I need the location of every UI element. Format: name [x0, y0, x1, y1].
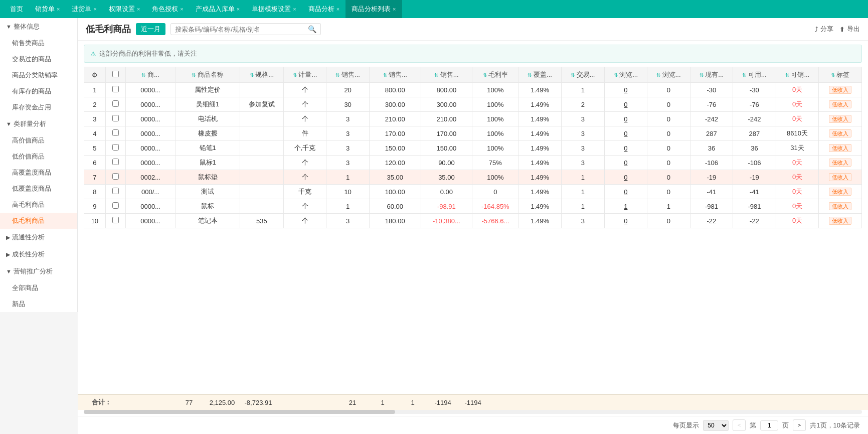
export-button[interactable]: ⬆ 导出 [839, 25, 860, 34]
cell-checkbox[interactable] [105, 141, 125, 156]
page-input[interactable] [760, 420, 778, 430]
col-name[interactable]: ⇅ 商品名称 [176, 67, 240, 83]
row-checkbox[interactable] [112, 115, 119, 121]
col-sale-amount[interactable]: ⇅ 销售... [369, 67, 421, 83]
row-checkbox[interactable] [112, 129, 119, 136]
row-checkbox[interactable] [112, 159, 119, 165]
sidebar-item-new-products[interactable]: 新品 [0, 296, 77, 312]
cell-checkbox[interactable] [105, 126, 125, 141]
col-sale-days[interactable]: ⇅ 可销... [776, 67, 819, 83]
sidebar-group-marketing[interactable]: ▼ 营销推广分析 [0, 263, 77, 280]
col-unit[interactable]: ⇅ 计量... [283, 67, 326, 83]
search-icon[interactable]: 🔍 [308, 25, 316, 33]
close-icon[interactable]: × [137, 6, 140, 12]
col-gross-rate[interactable]: ⇅ 毛利率 [472, 67, 518, 83]
cell-checkbox[interactable] [105, 214, 125, 228]
row-checkbox[interactable] [112, 217, 119, 223]
col-trade-count[interactable]: ⇅ 交易... [561, 67, 604, 83]
sidebar-item-high-margin[interactable]: 高毛利商品 [0, 197, 77, 213]
sidebar-item-stock-products[interactable]: 有库存的商品 [0, 83, 77, 99]
prev-page-button[interactable]: ＜ [733, 419, 746, 431]
cell-checkbox[interactable] [105, 112, 125, 126]
col-browse2[interactable]: ⇅ 浏览... [647, 67, 690, 83]
nav-home[interactable]: 首页 [4, 0, 29, 18]
sidebar-group-liquidity[interactable]: ▶ 流通性分析 [0, 229, 77, 246]
col-tag[interactable]: ⇅ 标签 [819, 67, 862, 83]
row-checkbox[interactable] [112, 144, 119, 151]
cell-browse1[interactable]: 1 [604, 199, 647, 214]
sidebar-item-sales-products[interactable]: 销售类商品 [0, 35, 77, 51]
col-code[interactable]: ⇅ 商... [125, 67, 176, 83]
cell-browse1[interactable]: 0 [604, 97, 647, 112]
col-sale-count[interactable]: ⇅ 销售... [326, 67, 370, 83]
search-input[interactable] [175, 26, 308, 33]
cell-checkbox[interactable] [105, 185, 125, 199]
nav-template-settings[interactable]: 单据模板设置× [246, 0, 302, 18]
sidebar-item-low-margin[interactable]: 低毛利商品 [0, 213, 77, 229]
sidebar-item-high-coverage[interactable]: 高覆盖度商品 [0, 165, 77, 181]
nav-role-auth[interactable]: 角色授权× [146, 0, 189, 18]
cell-sale-days: 31天 [776, 141, 819, 156]
share-button[interactable]: ⤴ 分享 [815, 25, 833, 34]
time-filter-button[interactable]: 近一月 [136, 23, 165, 35]
cell-browse1[interactable]: 0 [604, 83, 647, 97]
close-icon[interactable]: × [180, 6, 183, 12]
scrollbar-thumb[interactable] [84, 410, 395, 414]
cell-checkbox[interactable] [105, 156, 125, 170]
row-checkbox[interactable] [112, 100, 119, 107]
sidebar-item-high-value[interactable]: 高价值商品 [0, 132, 77, 149]
nav-product-warehouse[interactable]: 产成品入库单× [190, 0, 246, 18]
cell-checkbox[interactable] [105, 170, 125, 185]
sidebar-item-stock-capital[interactable]: 库存资金占用 [0, 99, 77, 115]
nav-product-analysis-list[interactable]: 商品分析列表× [345, 0, 402, 18]
col-spec[interactable]: ⇅ 规格... [240, 67, 283, 83]
nav-sales-order[interactable]: 销货单× [29, 0, 66, 18]
select-all-checkbox[interactable] [112, 71, 119, 77]
col-browse1[interactable]: ⇅ 浏览... [604, 67, 647, 83]
sidebar-group-growth[interactable]: ▶ 成长性分析 [0, 246, 77, 263]
sidebar-group-cluster[interactable]: ▼ 类群量分析 [0, 115, 77, 132]
cell-checkbox[interactable] [105, 97, 125, 112]
row-checkbox[interactable] [112, 86, 119, 92]
col-cover-rate[interactable]: ⇅ 覆盖... [518, 67, 562, 83]
cell-browse1[interactable]: 0 [604, 185, 647, 199]
cell-browse1[interactable]: 0 [604, 112, 647, 126]
sidebar-item-traded-products[interactable]: 交易过的商品 [0, 51, 77, 67]
close-icon[interactable]: × [293, 6, 296, 12]
close-icon[interactable]: × [393, 6, 396, 12]
cell-browse1[interactable]: 0 [604, 156, 647, 170]
close-icon[interactable]: × [336, 6, 339, 12]
horizontal-scrollbar[interactable] [84, 410, 862, 414]
cell-browse1[interactable]: 0 [604, 141, 647, 156]
close-icon[interactable]: × [57, 6, 60, 12]
sidebar-item-category-rate[interactable]: 商品分类助销率 [0, 67, 77, 83]
col-settings[interactable]: ⚙ [84, 67, 106, 83]
nav-permission[interactable]: 权限设置× [103, 0, 146, 18]
cell-browse1[interactable]: 0 [604, 126, 647, 141]
col-available[interactable]: ⇅ 可用... [733, 67, 776, 83]
cell-current: -76 [690, 97, 733, 112]
row-checkbox[interactable] [112, 202, 119, 209]
row-checkbox[interactable] [112, 173, 119, 180]
cell-browse1[interactable]: 0 [604, 214, 647, 228]
cell-browse2: 0 [647, 126, 690, 141]
per-page-select[interactable]: 50 100 200 [703, 420, 729, 431]
cell-browse1[interactable]: 0 [604, 170, 647, 185]
cell-checkbox[interactable] [105, 83, 125, 97]
sidebar-item-low-value[interactable]: 低价值商品 [0, 149, 77, 165]
sidebar-item-low-coverage[interactable]: 低覆盖度商品 [0, 181, 77, 197]
col-sale-profit[interactable]: ⇅ 销售... [421, 67, 472, 83]
col-checkbox[interactable] [105, 67, 125, 83]
nav-purchase-order[interactable]: 进货单× [66, 0, 102, 18]
close-icon[interactable]: × [93, 6, 96, 12]
sidebar-group-overall[interactable]: ▼ 整体信息 [0, 18, 77, 35]
col-current[interactable]: ⇅ 现有... [690, 67, 733, 83]
next-page-button[interactable]: ＞ [793, 419, 806, 431]
row-checkbox[interactable] [112, 188, 119, 194]
sidebar-item-all-products[interactable]: 全部商品 [0, 280, 77, 296]
close-icon[interactable]: × [237, 6, 240, 12]
cell-checkbox[interactable] [105, 199, 125, 214]
nav-product-analysis[interactable]: 商品分析× [302, 0, 345, 18]
table-container[interactable]: ⚙ ⇅ 商... ⇅ 商品名称 ⇅ 规格... ⇅ 计量... [78, 67, 868, 394]
main-content: 低毛利商品 近一月 🔍 ⤴ 分享 ⬆ 导出 ⚠ 这部分商品的利润非常低，请关注 [78, 18, 868, 434]
